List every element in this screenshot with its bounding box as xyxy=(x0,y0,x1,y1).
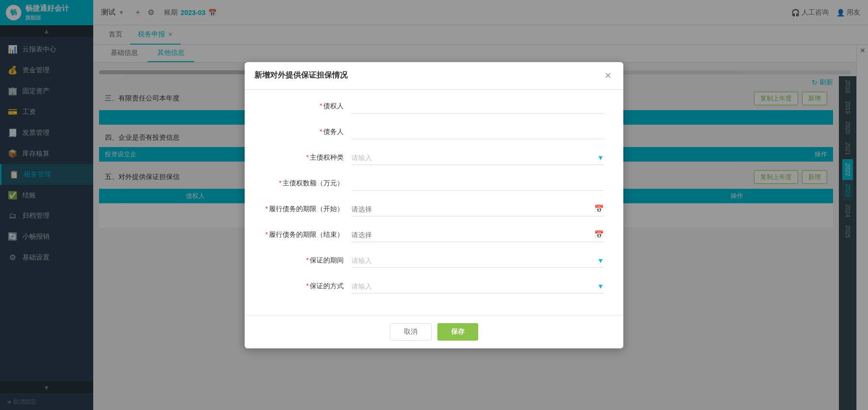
label-zhaiwuren: *债务人 xyxy=(264,128,351,136)
input-zhaiquanren[interactable] xyxy=(351,99,604,114)
input-zhuzhaikuanzhonglei[interactable] xyxy=(351,151,597,164)
form-row-zhuzhaikuanzhonglei: *主债权种类 ▼ xyxy=(264,151,604,165)
modal-close-button[interactable]: ✕ xyxy=(602,70,614,82)
input-baozheng-qijian[interactable] xyxy=(351,254,597,267)
chevron-down-icon-2: ▼ xyxy=(597,257,604,264)
label-lixing-kaishi: *履行债务的期限（开始） xyxy=(264,205,351,213)
date-wrapper-lixing-kaishi: 📅 xyxy=(351,202,604,216)
input-zhuzhaikuanshu[interactable] xyxy=(351,177,604,191)
form-row-lixing-kaishi: *履行债务的期限（开始） 📅 xyxy=(264,202,604,216)
form-row-baozheng-fangshi: *保证的方式 ▼ xyxy=(264,279,604,294)
modal-overlay: 新增对外提供保证担保情况 ✕ *债权人 *债务人 xyxy=(0,0,868,410)
form-row-baozheng-qijian: *保证的期间 ▼ xyxy=(264,254,604,268)
modal-title: 新增对外提供保证担保情况 xyxy=(254,70,348,81)
select-wrapper-baozheng-fangshi: ▼ xyxy=(351,279,604,294)
label-baozheng-qijian: *保证的期间 xyxy=(264,256,351,265)
form-row-zhuzhaikuanshu: *主债权数额（万元） xyxy=(264,177,604,191)
label-zhuzhaikuanshu: *主债权数额（万元） xyxy=(264,179,351,188)
modal-header: 新增对外提供保证担保情况 ✕ xyxy=(245,62,623,90)
calendar-icon-end[interactable]: 📅 xyxy=(594,230,604,239)
chevron-down-icon-3: ▼ xyxy=(597,282,604,290)
modal-body: *债权人 *债务人 *主债权种类 ▼ xyxy=(245,90,623,315)
form-row-zhaiquanren: *债权人 xyxy=(264,99,604,114)
select-wrapper-baozheng-qijian: ▼ xyxy=(351,254,604,268)
input-lixing-kaishi[interactable] xyxy=(351,202,594,216)
label-zhuzhaikuanzhonglei: *主债权种类 xyxy=(264,153,351,162)
label-zhaiquanren: *债权人 xyxy=(264,102,351,111)
select-wrapper-zhuzhaikuanzhonglei: ▼ xyxy=(351,151,604,165)
calendar-icon-start[interactable]: 📅 xyxy=(594,204,604,213)
cancel-button[interactable]: 取消 xyxy=(390,323,432,341)
date-wrapper-lixing-jieshu: 📅 xyxy=(351,228,604,242)
input-zhaiwuren[interactable] xyxy=(351,125,604,139)
modal-footer: 取消 保存 xyxy=(245,315,623,348)
chevron-down-icon-1: ▼ xyxy=(597,154,604,162)
modal-dialog: 新增对外提供保证担保情况 ✕ *债权人 *债务人 xyxy=(245,62,623,348)
label-baozheng-fangshi: *保证的方式 xyxy=(264,282,351,291)
modal-close-icon: ✕ xyxy=(604,70,612,81)
input-baozheng-fangshi[interactable] xyxy=(351,279,597,293)
input-lixing-jieshu[interactable] xyxy=(351,228,594,242)
form-row-zhaiwuren: *债务人 xyxy=(264,125,604,139)
save-button[interactable]: 保存 xyxy=(437,323,478,341)
form-row-lixing-jieshu: *履行债务的期限（结束） 📅 xyxy=(264,228,604,242)
label-lixing-jieshu: *履行债务的期限（结束） xyxy=(264,230,351,239)
